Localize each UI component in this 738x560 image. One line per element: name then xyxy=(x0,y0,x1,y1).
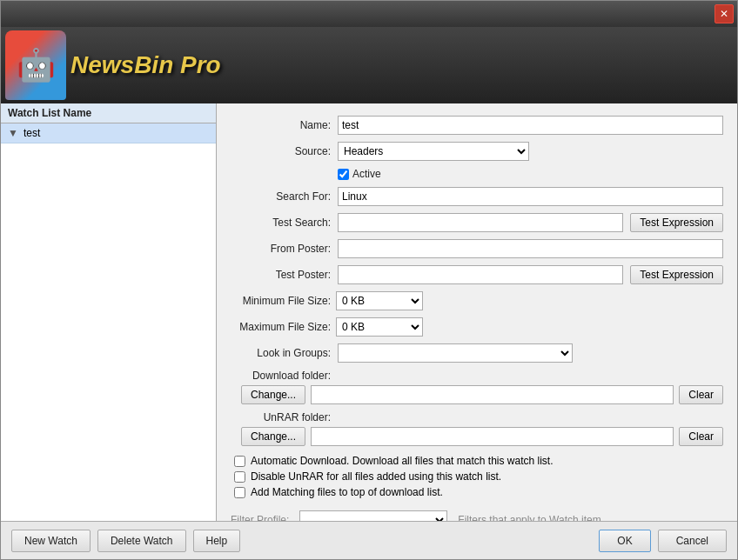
main-window: ✕ 🤖 NewsBin Pro Watch List Name ▼ test N… xyxy=(0,0,738,560)
filter-profile-row: Filter Profile: Filters that apply to Wa… xyxy=(231,510,723,521)
active-checkbox[interactable] xyxy=(338,169,349,180)
unrar-folder-label: UnRAR folder: xyxy=(231,411,331,423)
watch-list-item-label: test xyxy=(23,127,40,139)
search-for-input[interactable] xyxy=(338,187,723,206)
ok-button[interactable]: OK xyxy=(599,530,650,552)
test-poster-input[interactable] xyxy=(338,265,623,284)
checkboxes-section: Automatic Download. Download all files t… xyxy=(231,455,723,498)
disable-unrar-row: Disable UnRAR for all files added using … xyxy=(234,470,723,483)
help-button[interactable]: Help xyxy=(193,530,241,552)
source-label: Source: xyxy=(231,145,331,157)
source-select[interactable]: Headers Subject Body xyxy=(338,142,529,161)
disable-unrar-label: Disable UnRAR for all files added using … xyxy=(251,470,501,483)
download-folder-clear-button[interactable]: Clear xyxy=(679,385,723,404)
watch-list-header: Watch List Name xyxy=(1,103,216,123)
look-in-groups-select[interactable] xyxy=(338,343,573,363)
test-search-input[interactable] xyxy=(338,213,623,232)
search-for-label: Search For: xyxy=(231,190,331,203)
max-file-size-row: Maximum File Size: 0 KB 1 KB 10 KB 100 K… xyxy=(231,317,723,337)
min-file-size-select[interactable]: 0 KB 1 KB 10 KB 100 KB 1 MB xyxy=(336,291,423,310)
source-row: Source: Headers Subject Body xyxy=(231,142,723,161)
test-expression-button-1[interactable]: Test Expression xyxy=(630,213,723,232)
add-matching-row: Add Matching files to top of download li… xyxy=(234,486,723,498)
app-header: 🤖 NewsBin Pro xyxy=(1,27,737,103)
unrar-folder-row: Change... Clear xyxy=(231,427,723,446)
from-poster-label: From Poster: xyxy=(231,243,331,255)
test-search-label: Test Search: xyxy=(231,217,331,229)
filter-profile-label: Filter Profile: xyxy=(231,514,289,521)
download-folder-input[interactable] xyxy=(311,385,674,404)
from-poster-input[interactable] xyxy=(338,239,723,258)
add-matching-checkbox[interactable] xyxy=(234,487,245,498)
bottom-bar: New Watch Delete Watch Help OK Cancel xyxy=(1,521,737,559)
filter-icon: ▼ xyxy=(8,127,18,139)
search-for-row: Search For: xyxy=(231,187,723,206)
title-bar: ✕ xyxy=(1,1,737,27)
auto-download-checkbox[interactable] xyxy=(234,456,245,467)
close-button[interactable]: ✕ xyxy=(715,4,734,23)
name-input[interactable] xyxy=(338,116,723,135)
main-content: Watch List Name ▼ test Name: Source: Hea… xyxy=(1,103,737,521)
right-panel: Name: Source: Headers Subject Body Activ… xyxy=(217,103,737,521)
test-poster-label: Test Poster: xyxy=(231,269,331,281)
bottom-bar-right: OK Cancel xyxy=(599,530,727,552)
new-watch-button[interactable]: New Watch xyxy=(11,530,91,552)
from-poster-row: From Poster: xyxy=(231,239,723,258)
auto-download-label: Automatic Download. Download all files t… xyxy=(251,455,554,467)
watch-list-item[interactable]: ▼ test xyxy=(1,123,216,143)
left-panel: Watch List Name ▼ test xyxy=(1,103,217,521)
auto-download-row: Automatic Download. Download all files t… xyxy=(234,455,723,467)
add-matching-label: Add Matching files to top of download li… xyxy=(251,486,443,498)
max-file-size-label: Maximum File Size: xyxy=(231,321,331,333)
max-file-size-select[interactable]: 0 KB 1 KB 10 KB 100 KB 1 MB xyxy=(336,317,423,337)
name-row: Name: xyxy=(231,116,723,135)
download-folder-label: Download folder: xyxy=(231,370,331,382)
app-logo-text: NewsBin Pro xyxy=(70,51,221,79)
min-file-size-row: Minimum File Size: 0 KB 1 KB 10 KB 100 K… xyxy=(231,291,723,310)
unrar-folder-change-button[interactable]: Change... xyxy=(241,427,305,446)
unrar-folder-clear-button[interactable]: Clear xyxy=(679,427,723,446)
min-file-size-label: Minimum File Size: xyxy=(231,295,331,307)
filter-applies-label: Filters that apply to Watch item xyxy=(458,514,600,521)
active-checkbox-label[interactable]: Active xyxy=(338,168,381,180)
test-poster-row: Test Poster: Test Expression xyxy=(231,265,723,284)
delete-watch-button[interactable]: Delete Watch xyxy=(97,530,186,552)
test-expression-button-2[interactable]: Test Expression xyxy=(630,265,723,284)
logo-robot-icon: 🤖 xyxy=(5,30,66,100)
download-folder-change-button[interactable]: Change... xyxy=(241,385,305,404)
download-folder-row: Change... Clear xyxy=(231,385,723,404)
active-label-text: Active xyxy=(352,168,381,180)
name-label: Name: xyxy=(231,119,331,131)
cancel-button[interactable]: Cancel xyxy=(658,530,727,552)
filter-profile-select[interactable] xyxy=(299,510,447,521)
look-in-groups-row: Look in Groups: xyxy=(231,343,723,363)
disable-unrar-checkbox[interactable] xyxy=(234,471,245,483)
unrar-folder-input[interactable] xyxy=(311,427,674,446)
test-search-row: Test Search: Test Expression xyxy=(231,213,723,232)
watch-list-items: ▼ test xyxy=(1,123,216,521)
look-in-groups-label: Look in Groups: xyxy=(231,347,331,359)
active-row: Active xyxy=(338,168,723,180)
